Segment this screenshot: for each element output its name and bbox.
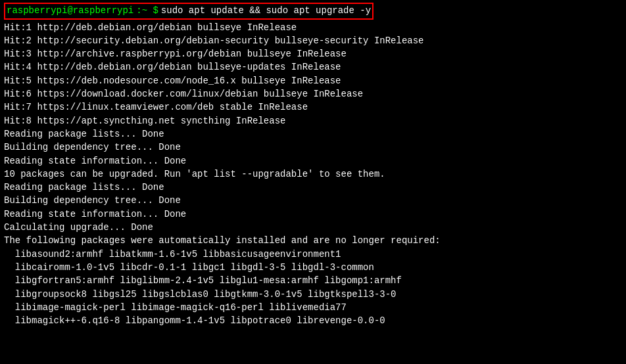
- output-line: Hit:5 https://deb.nodesource.com/node_16…: [4, 74, 622, 87]
- output-line: Building dependency tree... Done: [4, 141, 622, 154]
- prompt-user: raspberrypi@raspberrypi: [7, 5, 133, 18]
- output-line: Reading package lists... Done: [4, 181, 622, 194]
- output-line: Building dependency tree... Done: [4, 194, 622, 207]
- output-line: Calculating upgrade... Done: [4, 221, 622, 234]
- prompt-command: sudo apt update && sudo apt upgrade -y: [161, 5, 371, 18]
- prompt-line: raspberrypi@raspberrypi :~ $ sudo apt up…: [4, 3, 373, 20]
- output-line: libgroupsock8 libgsl25 libgslcblas0 libg…: [4, 288, 622, 301]
- output-line: libimage-magick-perl libimage-magick-q16…: [4, 301, 622, 314]
- output-line: Hit:2 http://security.debian.org/debian-…: [4, 34, 622, 47]
- output-line: libasound2:armhf libatkmm-1.6-1v5 libbas…: [4, 248, 622, 261]
- output-line: Hit:6 https://download.docker.com/linux/…: [4, 87, 622, 101]
- output-line: Hit:7 https://linux.teamviewer.com/deb s…: [4, 101, 622, 114]
- output-line: Hit:1 http://deb.debian.org/debian bulls…: [4, 21, 622, 34]
- terminal-window: raspberrypi@raspberrypi :~ $ sudo apt up…: [0, 0, 626, 364]
- prompt-separator: :~ $: [136, 5, 158, 18]
- output-line: 10 packages can be upgraded. Run 'apt li…: [4, 168, 622, 181]
- output-line: libmagick++-6.q16-8 libpangomm-1.4-1v5 l…: [4, 314, 622, 327]
- output-line: Reading state information... Done: [4, 208, 622, 221]
- output-line: Hit:4 http://deb.debian.org/debian bulls…: [4, 60, 622, 74]
- output-line: The following packages were automaticall…: [4, 234, 622, 247]
- terminal-output: Hit:1 http://deb.debian.org/debian bulls…: [4, 21, 622, 328]
- output-line: Reading package lists... Done: [4, 127, 622, 141]
- output-line: libgfortran5:armhf libglibmm-2.4-1v5 lib…: [4, 274, 622, 287]
- output-line: Hit:8 https://apt.syncthing.net syncthin…: [4, 114, 622, 127]
- output-line: Hit:3 http://archive.raspberrypi.org/deb…: [4, 47, 622, 60]
- output-line: libcairomm-1.0-1v5 libcdr-0.1-1 libgc1 l…: [4, 261, 622, 274]
- output-line: Reading state information... Done: [4, 154, 622, 168]
